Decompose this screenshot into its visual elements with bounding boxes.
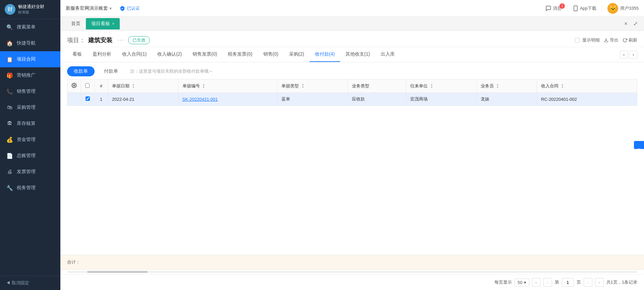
th-income-contract[interactable]: 收入合同 ▲▼ bbox=[537, 79, 637, 93]
page-label: 第 bbox=[555, 279, 559, 285]
sub-tab-inout[interactable]: 出入库 bbox=[375, 47, 400, 62]
inner-tab-receipt[interactable]: 收款单 bbox=[67, 66, 95, 76]
th-checkbox[interactable] bbox=[81, 79, 95, 93]
sidebar-item-ledger[interactable]: 📄 总账管理 bbox=[0, 148, 60, 164]
sidebar-logo: 财 畅捷通好业财 标准版 bbox=[0, 0, 60, 19]
number-sort-icon: ▲▼ bbox=[202, 83, 205, 89]
message-button[interactable]: 消息 1 bbox=[545, 5, 561, 11]
app-download-button[interactable]: App下载 bbox=[573, 5, 596, 11]
sub-tab-board[interactable]: 看板 bbox=[67, 47, 87, 62]
th-settings[interactable] bbox=[67, 79, 81, 93]
sidebar-item-marketing[interactable]: 🎁 营销推广 bbox=[0, 67, 60, 83]
sidebar-item-label: 项目合同 bbox=[17, 56, 36, 62]
project-icon: 📋 bbox=[6, 56, 13, 63]
show-detail-checkbox[interactable]: 显示明细 bbox=[575, 37, 600, 43]
scrollbar-track bbox=[67, 271, 637, 273]
feedback-button[interactable]: 意见反馈 bbox=[634, 141, 644, 149]
horizontal-scrollbar[interactable] bbox=[60, 270, 644, 274]
settings-icon bbox=[71, 83, 77, 88]
sidebar-item-tax[interactable]: 🔧 税务管理 bbox=[0, 180, 60, 196]
svg-point-3 bbox=[73, 85, 75, 86]
sidebar-item-purchase[interactable]: 🛍 采购管理 bbox=[0, 99, 60, 116]
sidebar-item-label: 库存核算 bbox=[17, 121, 36, 127]
sub-tab-profit[interactable]: 盈利分析 bbox=[87, 47, 117, 62]
message-icon bbox=[545, 5, 551, 11]
close-window-button[interactable]: × bbox=[623, 20, 629, 27]
certified-label: 已认证 bbox=[127, 5, 140, 11]
per-page-select[interactable]: 50 ▾ bbox=[515, 279, 529, 286]
sub-tab-sales[interactable]: 销售(0) bbox=[258, 47, 284, 62]
th-date[interactable]: 单据日期 ▲▼ bbox=[108, 79, 178, 93]
sidebar-item-sales[interactable]: 📞 销售管理 bbox=[0, 83, 60, 99]
sub-tab-payment[interactable]: 收付款(4) bbox=[310, 47, 340, 62]
sub-tab-income-confirm[interactable]: 收入确认(2) bbox=[152, 47, 187, 62]
sidebar-item-search[interactable]: 🔍 搜索菜单 bbox=[0, 19, 60, 35]
tab-close-icon[interactable]: × bbox=[112, 22, 114, 26]
last-page-button[interactable]: » bbox=[595, 278, 604, 287]
next-page-button[interactable]: › bbox=[584, 278, 592, 287]
export-button[interactable]: 导出 bbox=[604, 37, 619, 43]
th-type[interactable]: 单据类型 ▲▼ bbox=[277, 79, 348, 93]
topbar: 新服务官网演示账套 ▾ 已认证 消息 1 bbox=[60, 0, 644, 17]
cell-checkbox[interactable] bbox=[81, 93, 95, 106]
tab-project-board[interactable]: 项目看板 × bbox=[86, 18, 120, 29]
export-label: 导出 bbox=[610, 37, 619, 43]
home-icon: 🏠 bbox=[6, 40, 13, 47]
divider2 bbox=[602, 5, 602, 12]
row-checkbox[interactable] bbox=[86, 96, 90, 101]
sub-tab-tax-invoice[interactable]: 税务发票(0) bbox=[222, 47, 258, 62]
sub-tabs: 看板 盈利分析 收入合同(1) 收入确认(2) 销售发票(0) 税务发票(0) … bbox=[60, 47, 644, 62]
income-contract-sort-icon: ▲▼ bbox=[561, 83, 564, 89]
refresh-icon bbox=[623, 38, 627, 43]
sub-tab-income-contract[interactable]: 收入合同(1) bbox=[117, 47, 152, 62]
inner-tab-payment-label: 付款单 bbox=[104, 68, 118, 74]
sub-tab-prev-button[interactable]: ‹ bbox=[620, 51, 628, 59]
project-more-button[interactable]: ··· bbox=[118, 37, 124, 43]
shield-icon bbox=[120, 6, 125, 11]
inventory-icon: 🏚 bbox=[6, 120, 13, 127]
refresh-label: 刷新 bbox=[629, 37, 637, 43]
cell-number[interactable]: SK-20220421-001 bbox=[178, 93, 277, 106]
prev-page-button[interactable]: ‹ bbox=[543, 278, 552, 287]
certified-badge: 已认证 bbox=[120, 5, 140, 11]
refresh-button[interactable]: 刷新 bbox=[623, 37, 637, 43]
sidebar-item-label: 搜索菜单 bbox=[17, 24, 36, 30]
sub-tab-next-button[interactable]: › bbox=[629, 51, 637, 59]
scrollbar-thumb[interactable] bbox=[87, 271, 148, 273]
first-page-button[interactable]: « bbox=[532, 278, 541, 287]
select-all-checkbox[interactable] bbox=[85, 83, 90, 88]
date-sort-icon: ▲▼ bbox=[132, 83, 135, 89]
sub-tab-sales-invoice[interactable]: 销售发票(0) bbox=[187, 47, 222, 62]
user-menu[interactable]: 🐱 用户3355 bbox=[607, 3, 639, 14]
app-logo-icon: 财 bbox=[5, 4, 15, 15]
tabs-bar: 首页 项目看板 × × ⤢ bbox=[60, 17, 644, 31]
th-salesperson[interactable]: 业务员 ▲▼ bbox=[476, 79, 537, 93]
checkbox-icon bbox=[575, 38, 580, 43]
sub-tab-purchase[interactable]: 采购(2) bbox=[284, 47, 310, 62]
type-sort-icon: ▲▼ bbox=[302, 83, 304, 89]
project-name: 建筑安装 bbox=[88, 37, 112, 44]
sidebar-item-label: 资金管理 bbox=[17, 137, 36, 143]
avatar: 🐱 bbox=[607, 3, 618, 14]
inner-tab-payment[interactable]: 付款单 bbox=[97, 66, 125, 76]
tab-home[interactable]: 首页 bbox=[66, 18, 86, 29]
inner-tab-receipt-label: 收款单 bbox=[74, 68, 88, 74]
document-number-link[interactable]: SK-20220421-001 bbox=[182, 97, 218, 102]
project-selector-name[interactable]: 新服务官网演示账套 bbox=[66, 5, 108, 11]
maximize-window-button[interactable]: ⤢ bbox=[632, 20, 639, 27]
sub-tab-other[interactable]: 其他收支(1) bbox=[340, 47, 375, 62]
th-partner[interactable]: 往来单位 ▲▼ bbox=[406, 79, 477, 93]
sidebar-item-invoice[interactable]: 🖨 发票管理 bbox=[0, 164, 60, 180]
page-number-input[interactable] bbox=[562, 278, 574, 287]
search-icon: 🔍 bbox=[6, 23, 13, 31]
table-row[interactable]: 1 2022-04-21 SK-20220421-001 蓝单 应收款 宏茂商场… bbox=[67, 93, 637, 106]
project-status-badge: 已生效 bbox=[128, 36, 150, 44]
sidebar-item-inventory[interactable]: 🏚 库存核算 bbox=[0, 116, 60, 132]
sidebar-item-funds[interactable]: 💰 资金管理 bbox=[0, 132, 60, 148]
dropdown-icon[interactable]: ▾ bbox=[109, 6, 112, 11]
sidebar-item-project[interactable]: 📋 项目合同 bbox=[0, 51, 60, 67]
th-number[interactable]: 单据编号 ▲▼ bbox=[178, 79, 277, 93]
sidebar-unpin[interactable]: ◀ 取消固定 bbox=[0, 276, 60, 290]
salesperson-sort-icon: ▲▼ bbox=[496, 83, 499, 89]
sidebar-item-quicknav[interactable]: 🏠 快捷导航 bbox=[0, 35, 60, 51]
